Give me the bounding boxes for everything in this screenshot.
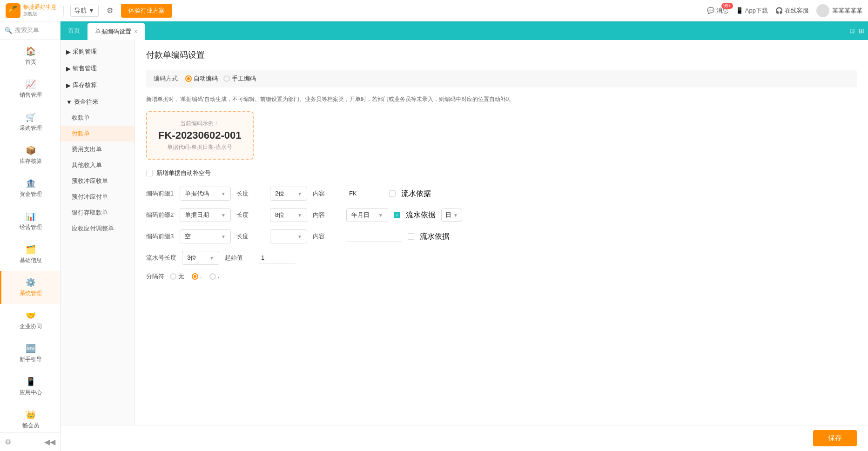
content3-input[interactable] xyxy=(346,231,402,242)
tab-home[interactable]: 首页 xyxy=(61,21,87,40)
search-menu[interactable]: 🔍 搜索菜单 xyxy=(0,21,60,40)
length1-label: 长度 xyxy=(236,189,264,198)
sidebar-item-cooperation[interactable]: 🤝 企业协同 xyxy=(0,304,60,337)
sep-dot-option[interactable]: · xyxy=(192,273,202,280)
chevron-icon2: ▼ xyxy=(297,191,302,196)
finance-icon: 🏦 xyxy=(26,178,36,188)
settings-icon[interactable]: ⚙ xyxy=(103,4,116,17)
sidebar-item-guide[interactable]: 🆕 新手引导 xyxy=(0,337,60,370)
svg-point-5 xyxy=(194,275,196,278)
main-layout: 🔍 搜索菜单 🏠 首页 📈 销售管理 🛒 采购管理 📦 库存核算 🏦 xyxy=(0,21,868,451)
stream2-unit-select[interactable]: 日 ▼ xyxy=(441,209,462,222)
length2-select[interactable]: 8位 ▼ xyxy=(270,208,307,222)
collapse-icon[interactable]: ◀◀ xyxy=(44,438,55,446)
basic-icon: 🗂️ xyxy=(26,244,36,255)
online-service-button[interactable]: 🎧 在线客服 xyxy=(775,7,809,15)
start-value-input[interactable] xyxy=(258,252,296,263)
sec-item-other-income[interactable]: 其他收入单 xyxy=(61,157,135,173)
industry-button[interactable]: 体验行业方案 xyxy=(121,4,172,18)
sep-none-option[interactable]: 无 xyxy=(170,272,184,281)
sec-group-finance: ▼ 资金往来 收款单 付款单 费用支出单 其他收入单 预收冲应收单 预付冲应付单… xyxy=(61,94,135,236)
sidebar-item-member[interactable]: 👑 畅会员 xyxy=(0,403,60,432)
sec-item-prepaid-recv[interactable]: 预收冲应收单 xyxy=(61,173,135,189)
manual-encode-option[interactable]: 手工编码 xyxy=(223,74,256,83)
sidebar: 🔍 搜索菜单 🏠 首页 📈 销售管理 🛒 采购管理 📦 库存核算 🏦 xyxy=(0,21,61,451)
prefix1-select[interactable]: 单据代码 ▼ xyxy=(180,187,231,201)
maximize-icon[interactable]: ⊞ xyxy=(859,27,864,34)
search-icon: 🔍 xyxy=(5,27,12,34)
logo-icon: 🍊 xyxy=(6,3,20,18)
chevron-icon4: ▼ xyxy=(297,213,302,218)
sidebar-item-apps[interactable]: 📱 应用中心 xyxy=(0,370,60,403)
top-bar-right: 💬 消息 99+ 📱 App下载 🎧 在线客服 某某某某某 xyxy=(707,4,862,17)
sidebar-item-operation[interactable]: 📊 经营管理 xyxy=(0,205,60,238)
save-button[interactable]: 保存 xyxy=(813,430,857,446)
chevron-icon8: ▼ xyxy=(297,234,302,239)
sec-item-receipt[interactable]: 收款单 xyxy=(61,110,135,126)
sec-group-finance-header[interactable]: ▼ 资金往来 xyxy=(61,94,135,110)
minimize-icon[interactable]: ⊡ xyxy=(849,27,855,34)
length3-select[interactable]: ▼ xyxy=(270,229,307,243)
sec-item-payment[interactable]: 付款单 xyxy=(61,126,135,141)
separator-label: 分隔符 xyxy=(146,272,164,281)
prefix3-select[interactable]: 空 ▼ xyxy=(180,229,231,243)
app-download-button[interactable]: 📱 App下载 xyxy=(736,7,768,15)
logo-text: 畅捷通好生意 xyxy=(23,4,57,11)
sidebar-item-purchase[interactable]: 🛒 采购管理 xyxy=(0,106,60,139)
length2-label: 长度 xyxy=(236,211,264,219)
serial-length-select[interactable]: 3位 ▼ xyxy=(182,251,219,265)
sidebar-item-sales[interactable]: 📈 销售管理 xyxy=(0,73,60,106)
sidebar-item-basic[interactable]: 🗂️ 基础信息 xyxy=(0,238,60,271)
sec-item-adjust[interactable]: 应收应付调整单 xyxy=(61,221,135,236)
sec-group-purchase: ▶ 采购管理 xyxy=(61,44,135,60)
member-icon: 👑 xyxy=(26,410,36,420)
encode-type-label: 编码方式 xyxy=(154,74,178,83)
encode-type-row: 编码方式 自动编码 xyxy=(146,70,857,88)
sec-item-expense[interactable]: 费用支出单 xyxy=(61,141,135,157)
stream3-checkbox[interactable] xyxy=(408,233,414,240)
stream1-checkbox[interactable] xyxy=(389,190,396,197)
sep-dash-radio xyxy=(209,273,216,280)
svg-point-6 xyxy=(210,274,215,279)
prefix3-label: 编码前缀3 xyxy=(146,232,174,241)
secondary-sidebar: ▶ 采购管理 ▶ 销售管理 ▶ 库存核算 xyxy=(61,40,135,425)
settings-bottom-icon[interactable]: ⚙ xyxy=(5,438,11,446)
separator-options: 无 · xyxy=(170,272,219,281)
tab-close-icon[interactable]: × xyxy=(134,28,137,35)
chevron-icon3: ▼ xyxy=(221,213,226,218)
serial-length-label: 流水号长度 xyxy=(146,254,176,262)
stream3-label: 流水依据 xyxy=(420,232,450,242)
content2-select[interactable]: 年月日 ▼ xyxy=(346,208,388,222)
top-bar: 🍊 畅捷通好生意 旗舰版 导航 ▼ ⚙ 体验行业方案 💬 消息 99+ 📱 Ap… xyxy=(0,0,868,21)
sidebar-item-finance[interactable]: 🏦 资金管理 xyxy=(0,172,60,205)
user-info[interactable]: 某某某某某 xyxy=(816,4,862,17)
content-area: ▶ 采购管理 ▶ 销售管理 ▶ 库存核算 xyxy=(61,40,868,425)
auto-encode-option[interactable]: 自动编码 xyxy=(185,74,218,83)
avatar xyxy=(816,4,829,17)
tab-current[interactable]: 单据编码设置 × xyxy=(87,23,145,40)
purchase-icon: 🛒 xyxy=(26,112,36,122)
tab-bar: 首页 单据编码设置 × ⊡ ⊞ xyxy=(61,21,868,40)
sec-group-inventory-header[interactable]: ▶ 库存核算 xyxy=(61,77,135,93)
prefix2-select[interactable]: 单据日期 ▼ xyxy=(180,208,231,222)
sec-item-prepaid-pay[interactable]: 预付冲应付单 xyxy=(61,189,135,205)
sec-item-bank[interactable]: 银行存取款单 xyxy=(61,205,135,221)
stream2-checkbox[interactable]: ✓ xyxy=(394,212,400,218)
sidebar-item-home[interactable]: 🏠 首页 xyxy=(0,40,60,73)
length1-select[interactable]: 2位 ▼ xyxy=(270,187,307,201)
content1-input[interactable] xyxy=(346,188,384,199)
sidebar-item-system[interactable]: ⚙️ 系统管理 xyxy=(0,271,60,304)
sec-group-purchase-header[interactable]: ▶ 采购管理 xyxy=(61,44,135,60)
message-button[interactable]: 💬 消息 99+ xyxy=(707,7,728,15)
operation-icon: 📊 xyxy=(26,211,36,222)
nav-dropdown[interactable]: 导航 ▼ xyxy=(70,5,99,17)
length3-label: 长度 xyxy=(236,232,264,241)
sidebar-item-inventory[interactable]: 📦 库存核算 xyxy=(0,139,60,172)
auto-fill-checkbox[interactable] xyxy=(146,170,153,176)
preview-desc: 单据代码-单据日期-流水号 xyxy=(158,143,242,151)
sec-group-sales-header[interactable]: ▶ 销售管理 xyxy=(61,61,135,76)
sep-dash-option[interactable]: · xyxy=(209,273,220,280)
chevron-right-icon3: ▶ xyxy=(66,82,71,89)
right-area: 首页 单据编码设置 × ⊡ ⊞ ▶ 采购管理 xyxy=(61,21,868,451)
sep-none-radio xyxy=(170,273,176,280)
